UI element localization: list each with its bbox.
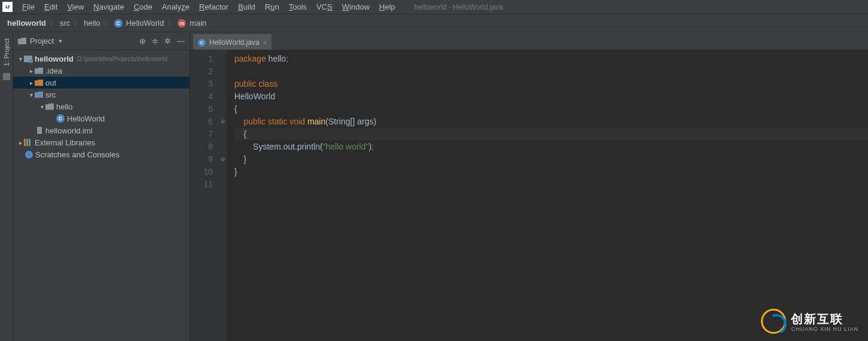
expand-icon: ▾ <box>17 56 24 62</box>
tree-scratch[interactable]: Scratches and Consoles <box>13 148 190 160</box>
menu-edit[interactable]: Edit <box>39 0 62 14</box>
class-icon: C <box>56 114 65 123</box>
menubar: IJ File Edit View Navigate Code Analyze … <box>0 0 868 14</box>
sidebar-title-group[interactable]: Project ▼ <box>18 36 136 45</box>
expand-icon: ▸ <box>17 139 24 146</box>
idea-label: .idea <box>45 66 62 75</box>
crumb-method[interactable]: mmain <box>178 19 206 28</box>
project-icon <box>18 38 26 44</box>
class-icon: C <box>198 39 206 47</box>
editor: C HelloWorld.java × 1234567891011 ⊖ ⊖ pa… <box>190 32 868 341</box>
tabbar: C HelloWorld.java × <box>190 32 868 50</box>
collapse-icon[interactable]: ≑ <box>152 36 158 45</box>
tree-src[interactable]: ▾src <box>13 89 190 101</box>
code[interactable]: package hello;public classHelloWorld{ pu… <box>227 50 868 341</box>
menu-code[interactable]: Code <box>129 0 157 14</box>
menu-run[interactable]: Run <box>260 0 284 14</box>
scratch-label: Scratches and Consoles <box>35 150 120 159</box>
chevron-right-icon: 〉 <box>104 19 111 28</box>
menu-file[interactable]: File <box>17 0 39 14</box>
chevron-right-icon: 〉 <box>50 19 56 28</box>
menu-build[interactable]: Build <box>233 0 260 14</box>
external-label: External Libraries <box>35 138 95 147</box>
menu-help[interactable]: Help <box>374 0 400 14</box>
tree-external[interactable]: ▸External Libraries <box>13 136 190 148</box>
scratch-icon <box>25 151 33 159</box>
expand-icon: ▾ <box>27 92 35 98</box>
watermark-sub: CHUANG XIN HU LIAN <box>791 326 858 332</box>
sidebar-header: Project ▼ ⊕ ≑ ✲ — <box>13 32 190 50</box>
tree-root[interactable]: ▾helloworldD:\java\IdeaProjects\hellowor… <box>13 53 190 65</box>
expand-icon: ▾ <box>38 103 45 110</box>
title-text: helloworld - HelloWorld.java <box>414 3 503 11</box>
code-area[interactable]: 1234567891011 ⊖ ⊖ package hello;public c… <box>190 50 868 341</box>
crumb-src[interactable]: src <box>60 19 70 28</box>
hello-label: hello <box>56 102 72 111</box>
sidebar: Project ▼ ⊕ ≑ ✲ — ▾helloworldD:\java\Ide… <box>13 32 190 341</box>
tree-out[interactable]: ▸out <box>13 77 190 89</box>
src-label: src <box>45 90 56 99</box>
watermark-text: 创新互联 <box>791 312 843 325</box>
iml-label: helloworld.iml <box>45 126 93 135</box>
chevron-right-icon: 〉 <box>74 19 80 28</box>
watermark-text-group: 创新互联 CHUANG XIN HU LIAN <box>791 311 858 332</box>
module-icon <box>24 56 32 62</box>
dropdown-icon: ▼ <box>57 38 63 44</box>
watermark: 创新互联 CHUANG XIN HU LIAN <box>761 309 858 334</box>
crumb-project[interactable]: helloworld <box>7 19 46 28</box>
crumb-method-label: main <box>190 19 206 28</box>
expand-icon: ▸ <box>27 68 35 74</box>
crumb-pkg[interactable]: hello <box>84 19 100 28</box>
editor-tab[interactable]: C HelloWorld.java × <box>193 34 271 50</box>
sidebar-title: Project <box>30 36 54 45</box>
toolstrip: 1: Project <box>0 32 13 341</box>
root-label: helloworld <box>35 54 74 63</box>
chevron-right-icon: 〉 <box>167 19 174 28</box>
tree-iml[interactable]: helloworld.iml <box>13 124 190 136</box>
app-icon: IJ <box>2 2 13 12</box>
folder-icon <box>45 103 54 110</box>
class-icon: C <box>114 19 123 28</box>
crumb-class[interactable]: CHelloWorld <box>114 19 164 28</box>
crumb-class-label: HelloWorld <box>126 19 164 28</box>
tree-hello[interactable]: ▾hello <box>13 101 190 112</box>
gear-icon[interactable]: ✲ <box>164 36 171 45</box>
folder-icon <box>35 68 43 74</box>
menu-view[interactable]: View <box>62 0 88 14</box>
gutter: 1234567891011 <box>190 50 219 341</box>
method-icon: m <box>178 19 186 28</box>
main: 1: Project Project ▼ ⊕ ≑ ✲ — ▾helloworld… <box>0 32 868 341</box>
locate-icon[interactable]: ⊕ <box>139 36 146 45</box>
expand-icon: ▸ <box>27 80 35 86</box>
project-tree: ▾helloworldD:\java\IdeaProjects\hellowor… <box>13 50 190 341</box>
tree-class[interactable]: CHelloWorld <box>13 112 190 124</box>
close-icon[interactable]: × <box>263 39 267 46</box>
toolstrip-structure-icon[interactable] <box>3 73 10 80</box>
menu-vcs[interactable]: VCS <box>311 0 337 14</box>
menu-analyze[interactable]: Analyze <box>157 0 194 14</box>
folder-icon <box>35 80 43 86</box>
class-label: HelloWorld <box>67 114 105 123</box>
fold-gutter: ⊖ ⊖ <box>219 50 227 341</box>
iml-icon <box>36 127 43 134</box>
tree-idea[interactable]: ▸.idea <box>13 65 190 77</box>
library-icon <box>24 139 32 146</box>
watermark-logo-icon <box>761 309 786 334</box>
navbar: helloworld 〉 src 〉 hello 〉 CHelloWorld 〉… <box>0 14 868 32</box>
root-path: D:\java\IdeaProjects\helloworld <box>77 55 167 62</box>
menu-tools[interactable]: Tools <box>284 0 311 14</box>
out-label: out <box>45 78 56 87</box>
toolstrip-project[interactable]: 1: Project <box>3 36 10 68</box>
menu-refactor[interactable]: Refactor <box>194 0 233 14</box>
hide-icon[interactable]: — <box>177 36 185 45</box>
sidebar-toolbar: ⊕ ≑ ✲ — <box>139 36 185 45</box>
folder-icon <box>35 92 43 98</box>
menu-window[interactable]: Window <box>337 0 374 14</box>
tab-label: HelloWorld.java <box>209 38 259 47</box>
menu-navigate[interactable]: Navigate <box>88 0 129 14</box>
